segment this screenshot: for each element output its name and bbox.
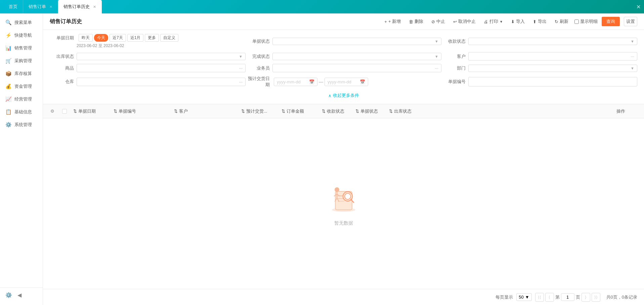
inventory-icon: 📦 (5, 71, 12, 77)
sidebar-item-purchase-label: 采购管理 (14, 58, 32, 64)
sidebar-item-operations-label: 经营管理 (14, 96, 32, 102)
sidebar-item-purchase[interactable]: 🛒 采购管理 (0, 54, 43, 67)
date-yesterday-btn[interactable]: 昨天 (79, 34, 93, 42)
sidebar-item-system-label: 系统管理 (14, 122, 32, 128)
filter-row-4: 仓库 ··· 预计交货日期 yyyy-mm-dd 📅 — yyyy-mm-dd … (50, 76, 637, 88)
delivery-date-start-input[interactable]: yyyy-mm-dd 📅 (274, 78, 317, 86)
tab-sales-order-history-close[interactable]: ✕ (93, 5, 96, 9)
table-header: ⚙ ⇅ 单据日期 ⇅ 单据编号 ⇅ 客户 ⇅ 预计交货... ⇅ 订单金额 (43, 104, 644, 118)
delete-label: 删除 (415, 18, 423, 25)
page-last-button[interactable]: ⟩⟩ (592, 293, 600, 302)
collapse-label: 收起更多条件 (333, 92, 359, 99)
pay-status-arrow-icon: ▼ (631, 39, 634, 43)
print-arrow-icon: ▼ (500, 20, 503, 24)
date-custom-btn[interactable]: 自定义 (160, 34, 178, 42)
date-1month-btn[interactable]: 近1月 (127, 34, 144, 42)
customer-input[interactable]: ··· (468, 52, 637, 61)
warehouse-label: 仓库 (50, 79, 77, 85)
collapse-up-icon: ∧ (328, 93, 332, 98)
svg-point-8 (335, 187, 339, 192)
per-page-select[interactable]: 50 ▼ (516, 293, 531, 301)
th-order-number[interactable]: ⇅ 单据编号 (111, 108, 171, 114)
display-detail-label: 显示明细 (580, 18, 598, 25)
sidebar-item-basic-info[interactable]: 📋 基础信息 (0, 106, 43, 118)
sidebar-item-inventory[interactable]: 📦 库存核算 (0, 67, 43, 80)
table-settings-icon[interactable]: ⚙ (46, 109, 58, 114)
page-next-button[interactable]: ⟩ (582, 293, 590, 302)
goods-input[interactable]: ··· (77, 64, 246, 72)
import-button[interactable]: ⬇ 导入 (509, 17, 527, 26)
print-button[interactable]: 🖨 打印 ▼ (482, 17, 505, 26)
th-amount[interactable]: ⇅ 订单金额 (279, 108, 319, 114)
sidebar-item-quick-nav[interactable]: ⚡ 快捷导航 (0, 29, 43, 42)
page-prev-button[interactable]: ⟨ (545, 293, 554, 302)
out-status-select[interactable]: ▼ (77, 53, 246, 60)
delivery-date-end-input[interactable]: yyyy-mm-dd 📅 (325, 78, 368, 86)
th-pay-status[interactable]: ⇅ 收款状态 (319, 108, 353, 114)
th-customer[interactable]: ⇅ 客户 (171, 108, 239, 114)
basic-info-icon: 📋 (5, 109, 12, 115)
export-button[interactable]: ⬆ 导出 (531, 17, 549, 26)
order-status-arrow-icon: ▼ (435, 39, 438, 43)
page-first-button[interactable]: ⟨⟨ (535, 293, 544, 302)
tab-home[interactable]: 首页 (3, 0, 23, 13)
cancel-stop-button[interactable]: ↩ 取消中止 (451, 17, 478, 26)
th-order-status[interactable]: ⇅ 单据状态 (353, 108, 386, 114)
display-detail-checkbox[interactable]: 显示明细 (574, 18, 598, 25)
import-icon: ⬇ (511, 19, 515, 24)
new-button[interactable]: + + 新增 (382, 17, 403, 26)
empty-state-icon (327, 181, 360, 215)
warehouse-input[interactable]: ··· (77, 78, 246, 86)
th-delivery-label: ⇅ 预计交货... (241, 108, 267, 114)
pay-status-select[interactable]: ▼ (468, 38, 637, 45)
date-range-text: 2023-06-02 至 2023-06-02 (77, 43, 124, 48)
order-no-input[interactable] (468, 77, 637, 86)
dept-arrow-icon: ▼ (631, 66, 634, 70)
page-number-input[interactable] (561, 293, 574, 301)
sidebar-item-finance-label: 资金管理 (14, 83, 32, 89)
window-close-button[interactable]: ✕ (636, 4, 641, 10)
th-date[interactable]: ⇅ 单据日期 (71, 108, 111, 114)
select-all-checkbox[interactable] (62, 109, 67, 114)
salesman-input[interactable]: ··· (272, 64, 441, 72)
purchase-icon: 🛒 (5, 58, 12, 64)
date-more-btn[interactable]: 更多 (145, 34, 159, 42)
tab-sales-order-history[interactable]: 销售订单历史 ✕ (58, 0, 102, 13)
tab-sales-order[interactable]: 销售订单 ✕ (23, 0, 58, 13)
sidebar-item-operations[interactable]: 📈 经营管理 (0, 93, 43, 106)
delete-button[interactable]: 🗑 删除 (407, 17, 425, 26)
query-button[interactable]: 查询 (602, 17, 620, 26)
query-label: 查询 (606, 18, 615, 25)
order-status-select[interactable]: ▼ (272, 38, 441, 45)
refresh-button[interactable]: ↻ 刷新 (553, 17, 570, 26)
cancel-stop-label: 取消中止 (458, 18, 476, 25)
sidebar-collapse-icon[interactable]: ◀ (17, 292, 22, 298)
search-icon: 🔍 (5, 20, 12, 26)
toolbar: + + 新增 🗑 删除 ⊘ 中止 ↩ 取消中止 🖨 打印 (382, 17, 637, 26)
table-select-all[interactable] (58, 109, 71, 114)
sidebar-settings-icon[interactable]: ⚙️ (5, 292, 12, 298)
tab-sales-order-label: 销售订单 (29, 4, 46, 10)
date-today-btn[interactable]: 今天 (94, 34, 108, 42)
complete-status-select[interactable]: ▼ (272, 53, 441, 60)
new-label: + 新增 (388, 18, 401, 25)
th-order-number-label: ⇅ 单据编号 (114, 108, 136, 114)
th-out-status[interactable]: ⇅ 出库状态 (386, 108, 420, 114)
th-delivery[interactable]: ⇅ 预计交货... (239, 108, 279, 114)
total-records: 共0页，0条记录 (606, 294, 637, 300)
display-detail-input[interactable] (574, 20, 579, 24)
stop-button[interactable]: ⊘ 中止 (429, 17, 447, 26)
sidebar-item-system[interactable]: ⚙️ 系统管理 (0, 118, 43, 131)
collapse-button[interactable]: ∧ 收起更多条件 (328, 91, 359, 100)
sidebar-item-finance[interactable]: 💰 资金管理 (0, 80, 43, 93)
sidebar-item-sales[interactable]: 📊 销售管理 (0, 42, 43, 54)
goods-label: 商品 (50, 65, 77, 71)
export-label: 导出 (538, 18, 547, 25)
tab-sales-order-close[interactable]: ✕ (49, 5, 52, 9)
filter-row-2: 出库状态 ▼ 完成状态 ▼ 客户 ··· (50, 52, 637, 61)
sidebar-item-search[interactable]: 🔍 搜索菜单 (0, 16, 43, 29)
settings-button[interactable]: 设置 (624, 17, 637, 26)
dept-select[interactable]: ▼ (468, 65, 637, 72)
date-7days-btn[interactable]: 近7天 (110, 34, 126, 42)
operations-icon: 📈 (5, 96, 12, 102)
